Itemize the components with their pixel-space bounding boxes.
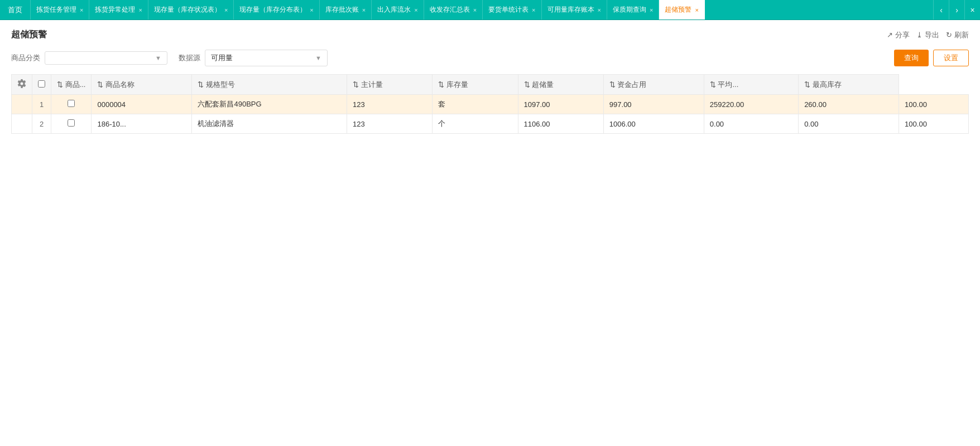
nav-arrows: ‹ › × <box>933 0 980 20</box>
col-overflow[interactable]: ⇅ 超储量 <box>518 75 603 95</box>
nav-tab-9[interactable]: 保质期查询 × <box>607 0 659 20</box>
row-checkbox-cell-0[interactable] <box>51 95 92 114</box>
datasource-chevron-icon: ▼ <box>315 55 321 61</box>
row-unit-0: 套 <box>433 95 518 114</box>
settings-button[interactable]: 设置 <box>933 50 969 66</box>
row-product-code-1: 186-10... <box>92 114 192 134</box>
refresh-icon: ↻ <box>946 31 952 39</box>
row-stock-0: 1097.00 <box>518 95 603 114</box>
close-tab-9[interactable]: × <box>650 7 653 13</box>
page-content: 超储预警 ↗ 分享 ⤓ 导出 ↻ 刷新 商品分类 ▼ 数据源 <box>0 20 980 143</box>
row-overflow-0: 997.00 <box>603 95 704 114</box>
nav-home[interactable]: 首页 <box>0 0 31 20</box>
datasource-filter-group: 数据源 可用量 ▼ <box>179 50 328 66</box>
row-capital-0: 259220.00 <box>704 95 798 114</box>
row-max-stock-1: 100.00 <box>899 114 969 134</box>
col-avg[interactable]: ⇅ 平均... <box>704 75 798 95</box>
col-checkbox-header[interactable] <box>32 75 51 95</box>
nav-tab-3[interactable]: 现存量（库存分布表） × <box>234 0 319 20</box>
gear-icon <box>17 79 26 88</box>
nav-tab-4[interactable]: 库存批次账 × <box>320 0 372 20</box>
nav-close-arrow[interactable]: × <box>964 0 980 20</box>
row-checkbox-cell-1[interactable] <box>51 114 92 134</box>
col-capital[interactable]: ⇅ 资金占用 <box>603 75 704 95</box>
export-icon: ⤓ <box>916 31 923 39</box>
nav-tab-5[interactable]: 出入库流水 × <box>372 0 424 20</box>
sort-icon-avg: ⇅ <box>710 80 716 89</box>
col-product-name[interactable]: ⇅ 商品名称 <box>92 75 192 95</box>
nav-tab-6[interactable]: 收发存汇总表 × <box>424 0 483 20</box>
data-table: ⇅ 商品... ⇅ 商品名称 ⇅ 规格型号 ⇅ 主计量 ⇅ 库存量 <box>11 74 969 134</box>
col-spec[interactable]: ⇅ 规格型号 <box>192 75 347 95</box>
export-button[interactable]: ⤓ 导出 <box>916 30 939 40</box>
query-button[interactable]: 查询 <box>894 50 929 66</box>
row-checkbox-0[interactable] <box>68 100 75 107</box>
sort-icon-capital: ⇅ <box>609 80 616 89</box>
nav-tab-7[interactable]: 要货单统计表 × <box>483 0 541 20</box>
row-avg-0: 260.00 <box>799 95 899 114</box>
col-product-code[interactable]: ⇅ 商品... <box>51 75 92 95</box>
row-num-1: 2 <box>32 114 51 134</box>
datasource-select[interactable]: 可用量 ▼ <box>205 50 328 66</box>
row-stock-1: 1106.00 <box>518 114 603 134</box>
nav-prev-arrow[interactable]: ‹ <box>933 0 949 20</box>
row-gear-0 <box>12 95 32 114</box>
table-row: 2 186-10... 机油滤清器 123 个 1106.00 1006.00 … <box>12 114 969 134</box>
row-num-0: 1 <box>32 95 51 114</box>
nav-next-arrow[interactable]: › <box>949 0 964 20</box>
nav-tab-1[interactable]: 拣货异常处理 × <box>89 0 148 20</box>
close-tab-8[interactable]: × <box>598 7 601 13</box>
sort-icon-product-code: ⇅ <box>57 80 63 89</box>
top-nav: 首页 拣货任务管理 × 拣货异常处理 × 现存量（库存状况表） × 现存量（库存… <box>0 0 980 20</box>
category-chevron-icon: ▼ <box>155 55 161 61</box>
row-spec-1: 123 <box>347 114 433 134</box>
row-product-code-0: 0000004 <box>92 95 192 114</box>
category-select[interactable]: ▼ <box>45 51 167 65</box>
share-button[interactable]: ↗ 分享 <box>887 30 910 40</box>
close-tab-3[interactable]: × <box>310 7 313 13</box>
close-tab-7[interactable]: × <box>532 7 535 13</box>
datasource-value: 可用量 <box>211 53 233 63</box>
col-stock[interactable]: ⇅ 库存量 <box>433 75 518 95</box>
close-tab-2[interactable]: × <box>224 7 228 13</box>
close-tab-0[interactable]: × <box>80 7 83 13</box>
close-tab-10[interactable]: × <box>695 7 698 13</box>
row-spec-0: 123 <box>347 95 433 114</box>
filter-row: 商品分类 ▼ 数据源 可用量 ▼ 查询 设置 <box>11 50 969 66</box>
share-icon: ↗ <box>887 31 893 39</box>
row-avg-1: 0.00 <box>799 114 899 134</box>
col-max-stock[interactable]: ⇅ 最高库存 <box>799 75 899 95</box>
row-overflow-1: 1006.00 <box>603 114 704 134</box>
row-gear-1 <box>12 114 32 134</box>
nav-tab-10[interactable]: 超储预警 × <box>659 0 704 20</box>
sort-icon-overflow: ⇅ <box>524 80 530 89</box>
category-filter-group: 商品分类 ▼ <box>11 51 167 65</box>
close-tab-5[interactable]: × <box>414 7 417 13</box>
row-product-name-0: 六配套新昌490BPG <box>192 95 347 114</box>
col-unit[interactable]: ⇅ 主计量 <box>347 75 433 95</box>
row-capital-1: 0.00 <box>704 114 798 134</box>
row-checkbox-1[interactable] <box>68 119 75 127</box>
nav-tab-0[interactable]: 拣货任务管理 × <box>31 0 89 20</box>
nav-tab-8[interactable]: 可用量库存账本 × <box>542 0 607 20</box>
close-tab-6[interactable]: × <box>473 7 477 13</box>
page-header: 超储预警 ↗ 分享 ⤓ 导出 ↻ 刷新 <box>11 29 969 41</box>
close-tab-1[interactable]: × <box>138 7 142 13</box>
refresh-button[interactable]: ↻ 刷新 <box>946 30 969 40</box>
sort-icon-spec: ⇅ <box>198 80 204 89</box>
sort-icon-stock: ⇅ <box>438 80 444 89</box>
category-label: 商品分类 <box>11 53 40 63</box>
nav-tab-2[interactable]: 现存量（库存状况表） × <box>148 0 234 20</box>
col-gear[interactable] <box>12 75 32 95</box>
filter-actions: 查询 设置 <box>894 50 969 66</box>
sort-icon-unit: ⇅ <box>353 80 359 89</box>
sort-icon-product-name: ⇅ <box>97 80 103 89</box>
row-unit-1: 个 <box>433 114 518 134</box>
datasource-label: 数据源 <box>179 53 200 63</box>
sort-icon-max-stock: ⇅ <box>804 80 810 89</box>
select-all-checkbox[interactable] <box>38 80 45 88</box>
row-max-stock-0: 100.00 <box>899 95 969 114</box>
row-product-name-1: 机油滤清器 <box>192 114 347 134</box>
close-tab-4[interactable]: × <box>362 7 366 13</box>
header-actions: ↗ 分享 ⤓ 导出 ↻ 刷新 <box>887 30 969 40</box>
